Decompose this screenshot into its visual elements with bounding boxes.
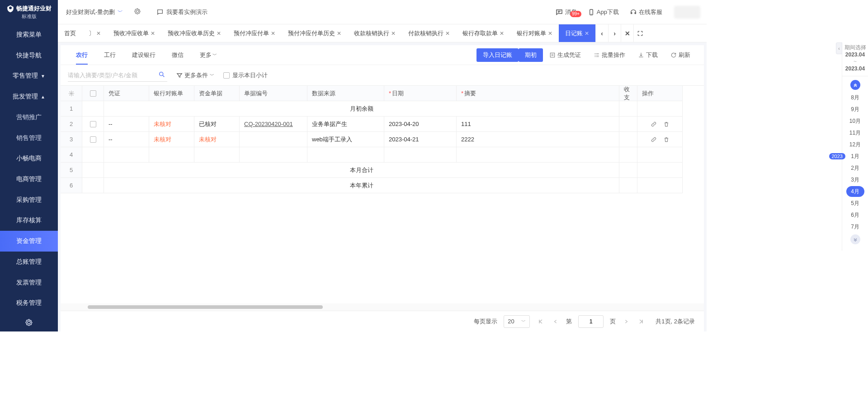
link-icon[interactable] [651, 136, 657, 143]
app-download-button[interactable]: App下载 [582, 8, 624, 16]
document-tab-label: 日记账 [565, 29, 583, 37]
cell-voucher: -- [104, 132, 149, 147]
close-icon[interactable]: ✕ [217, 30, 221, 37]
document-tab[interactable]: 〕✕ [82, 24, 107, 42]
document-tab[interactable]: 银行存取款单✕ [456, 24, 510, 42]
period-init-button[interactable]: 期初 [519, 48, 543, 62]
close-icon[interactable]: ✕ [337, 30, 341, 37]
bank-tab[interactable]: 建设银行 [124, 45, 164, 65]
message-icon [555, 8, 563, 16]
bank-tab[interactable]: 工行 [96, 45, 124, 65]
sidebar-item[interactable]: 税务管理 [0, 293, 58, 314]
per-page-select[interactable]: 20 ﹀ [504, 315, 530, 328]
tab-scroll-button[interactable]: ‹ [595, 24, 608, 42]
document-tab[interactable]: 付款核销执行✕ [402, 24, 456, 42]
sidebar-settings-button[interactable] [0, 313, 58, 331]
horizontal-scrollbar[interactable] [61, 303, 704, 311]
search-input[interactable] [68, 69, 156, 81]
checkbox-icon [90, 90, 96, 97]
journal-card: 农行工行建设银行微信更多﹀导入日记账期初生成凭证批量操作下载刷新 更多条件 [61, 45, 704, 331]
sidebar-item[interactable]: 总账管理 [0, 252, 58, 272]
document-tab[interactable]: 预收冲应收单历史✕ [161, 24, 227, 42]
link-icon[interactable] [651, 121, 657, 127]
col-fund: 资金单据 [194, 86, 240, 101]
close-icon[interactable]: ✕ [96, 30, 101, 37]
sidebar-item[interactable]: 资金管理 [0, 231, 58, 252]
last-page-button[interactable] [637, 317, 646, 326]
cell-source: web端手工录入 [307, 132, 384, 147]
bank-tab[interactable]: 更多﹀ [192, 45, 225, 65]
refresh-button[interactable]: 刷新 [664, 48, 697, 62]
prev-page-button[interactable] [552, 317, 560, 326]
chevron-left-icon: ‹ [601, 30, 603, 37]
close-icon[interactable]: ✕ [585, 30, 589, 37]
sidebar-item[interactable]: 搜索菜单 [0, 24, 58, 45]
page-input[interactable] [578, 315, 604, 328]
sidebar-item[interactable]: 电商管理 [0, 169, 58, 190]
search-box [68, 69, 167, 82]
select-all-checkbox[interactable] [82, 86, 104, 101]
demo-link[interactable]: 我要看实例演示 [156, 8, 208, 16]
tab-scroll-button[interactable]: › [608, 24, 621, 42]
chevron-right-icon: › [613, 30, 616, 37]
row-checkbox[interactable] [82, 117, 104, 132]
settings-button[interactable] [131, 5, 144, 19]
close-icon[interactable]: ✕ [271, 30, 275, 37]
batch-button[interactable]: 批量操作 [587, 48, 632, 62]
messages-button[interactable]: 消息 99+ [550, 8, 582, 16]
cell-source [307, 147, 384, 163]
document-tab[interactable]: 预付冲应付单✕ [227, 24, 282, 42]
cell-fund: 已核对 [194, 117, 240, 132]
bank-tab[interactable]: 农行 [68, 45, 96, 65]
document-tab[interactable]: 收款核销执行✕ [348, 24, 402, 42]
row-checkbox[interactable] [82, 132, 104, 147]
document-tab[interactable]: 日记账✕ [559, 24, 595, 42]
next-page-button[interactable] [622, 317, 630, 326]
download-button[interactable]: 下载 [632, 48, 664, 62]
import-journal-button[interactable]: 导入日记账 [476, 48, 519, 62]
service-button[interactable]: 在线客服 [624, 8, 668, 16]
document-tab[interactable]: 首页 [58, 24, 82, 42]
sidebar-item[interactable]: 快捷导航 [0, 45, 58, 66]
sidebar-item[interactable]: 销售管理 [0, 128, 58, 149]
document-tab[interactable]: 预付冲应付单历史✕ [282, 24, 348, 42]
sidebar-item[interactable]: 批发管理▲ [0, 86, 58, 107]
import-journal-button-label: 导入日记账 [483, 51, 512, 59]
cell-io [619, 163, 637, 178]
first-page-button[interactable] [536, 317, 545, 326]
document-tab[interactable]: 银行对账单✕ [510, 24, 559, 42]
cell-fund: 未核对 [194, 132, 240, 147]
brand-name: 畅捷通好业财 [16, 5, 52, 13]
doc-no-link[interactable]: CQ-20230420-001 [244, 121, 293, 127]
gen-voucher-button[interactable]: 生成凭证 [543, 48, 587, 62]
table-config-button[interactable] [61, 86, 82, 101]
sidebar-item-label: 税务管理 [16, 299, 42, 307]
sidebar-item[interactable]: 发票管理 [0, 272, 58, 293]
close-all-tabs-button[interactable]: ✕ [621, 24, 633, 42]
delete-icon[interactable] [663, 136, 670, 143]
more-conditions-button[interactable]: 更多条件 ﹀ [176, 71, 214, 79]
main-area: 首页〕✕预收冲应收单✕预收冲应收单历史✕预付冲应付单✕预付冲应付单历史✕收款核销… [58, 24, 707, 331]
search-button[interactable] [156, 69, 167, 81]
close-icon[interactable]: ✕ [151, 30, 155, 37]
delete-icon[interactable] [663, 121, 670, 127]
sidebar-item[interactable]: 零售管理▼ [0, 65, 58, 86]
sidebar-item[interactable]: 小畅电商 [0, 148, 58, 169]
sidebar-item[interactable]: 库存核算 [0, 210, 58, 231]
close-icon[interactable]: ✕ [500, 30, 504, 37]
sidebar-item[interactable]: 采购管理 [0, 190, 58, 210]
cell-date: 2023-04-20 [384, 117, 457, 132]
document-tab[interactable]: 预收冲应收单✕ [107, 24, 161, 42]
close-icon[interactable]: ✕ [548, 30, 552, 37]
fullscreen-button[interactable] [633, 24, 646, 42]
show-today-checkbox[interactable]: 显示本日小计 [223, 71, 268, 79]
sidebar-item[interactable]: 营销推广 [0, 107, 58, 128]
user-avatar[interactable] [674, 6, 700, 19]
bank-tab[interactable]: 微信 [164, 45, 192, 65]
cell-docno [240, 132, 307, 147]
svg-point-5 [71, 93, 72, 94]
close-icon[interactable]: ✕ [445, 30, 450, 37]
close-icon[interactable]: ✕ [391, 30, 396, 37]
search-icon [158, 71, 165, 78]
workspace-select[interactable]: 好业财测试-量勿删 ﹀ [58, 8, 131, 16]
